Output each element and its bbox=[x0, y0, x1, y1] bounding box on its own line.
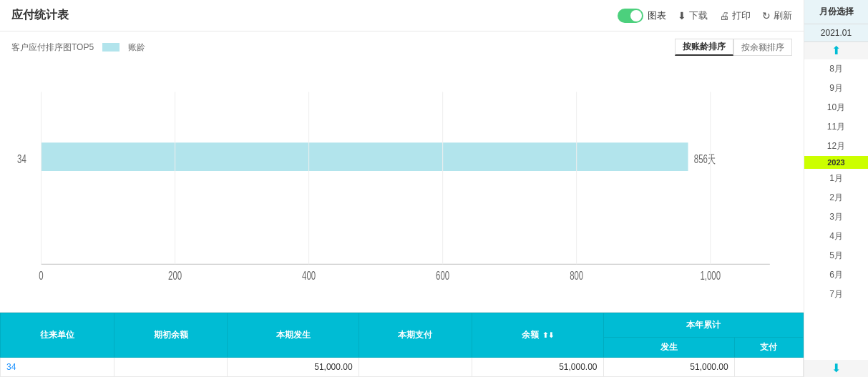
sort-by-balance-button[interactable]: 按账龄排序 bbox=[675, 39, 733, 56]
chart-bar bbox=[42, 142, 688, 171]
sidebar-month-11[interactable]: 11月 bbox=[804, 117, 868, 137]
sidebar-month-9[interactable]: 9月 bbox=[804, 79, 868, 98]
sidebar-month-2[interactable]: 2月 bbox=[804, 188, 868, 207]
chart-svg: 34 856天 0 200 400 600 800 1,000 bbox=[11, 62, 792, 305]
col-current-occurrence: 本期发生 bbox=[228, 313, 359, 358]
chart-toggle-label: 图表 bbox=[648, 9, 666, 22]
chart-section: 客户应付排序图TOP5 账龄 按账龄排序 按余额排序 34 856天 bbox=[0, 31, 804, 312]
unit-link[interactable]: 34 bbox=[6, 362, 16, 372]
header-actions: 图表 ⬇ 下载 🖨 打印 ↻ 刷新 bbox=[618, 9, 792, 23]
x-label-1000: 1,000 bbox=[700, 270, 721, 282]
x-label-600: 600 bbox=[436, 270, 449, 282]
sidebar-months-list: 8月 9月 10月 11月 12月 2023 1月 2月 3月 4月 5月 6月… bbox=[804, 59, 868, 360]
x-label-0: 0 bbox=[39, 270, 44, 282]
cell-current-occurrence: 51,000.00 bbox=[228, 358, 359, 377]
sort-buttons: 按账龄排序 按余额排序 bbox=[675, 39, 792, 56]
sidebar-month-12[interactable]: 12月 bbox=[804, 137, 868, 156]
sidebar-month-10[interactable]: 10月 bbox=[804, 98, 868, 117]
col-unit: 往来单位 bbox=[1, 313, 114, 358]
data-table: 往来单位 期初余额 本期发生 本期支付 余额 ⬆⬇ 本年累计 发生 支付 bbox=[0, 313, 804, 377]
col-annual-payment: 支付 bbox=[734, 338, 803, 358]
download-icon: ⬇ bbox=[678, 10, 686, 21]
sidebar-month-7[interactable]: 7月 bbox=[804, 285, 868, 304]
legend-color-box bbox=[102, 43, 120, 52]
month-sidebar: 月份选择 2021.01 ⬆ 8月 9月 10月 11月 12月 2023 1月… bbox=[804, 0, 868, 377]
refresh-label: 刷新 bbox=[774, 9, 792, 22]
download-label: 下载 bbox=[689, 9, 708, 22]
table-row: 34 51,000.00 51,000.00 51,000.00 bbox=[1, 358, 804, 377]
sidebar-month-3[interactable]: 3月 bbox=[804, 207, 868, 227]
col-annual-total: 本年累计 bbox=[603, 313, 803, 338]
y-axis-label: 34 bbox=[17, 153, 26, 165]
sidebar-month-4[interactable]: 4月 bbox=[804, 227, 868, 246]
refresh-button[interactable]: ↻ 刷新 bbox=[762, 9, 792, 22]
bar-end-label: 856天 bbox=[694, 153, 716, 165]
chart-toggle-container[interactable]: 图表 bbox=[618, 9, 666, 23]
sidebar-year-display: 2021.01 bbox=[804, 24, 868, 42]
col-current-payment: 本期支付 bbox=[359, 313, 472, 358]
cell-current-payment bbox=[359, 358, 472, 377]
x-label-200: 200 bbox=[168, 270, 182, 282]
sidebar-year-2023[interactable]: 2023 bbox=[804, 156, 868, 169]
col-balance: 余额 ⬆⬇ bbox=[472, 313, 603, 358]
cell-balance: 51,000.00 bbox=[472, 358, 603, 377]
chart-toggle-switch[interactable] bbox=[618, 9, 643, 23]
sidebar-header: 月份选择 bbox=[804, 0, 868, 24]
cell-annual-occurrence: 51,000.00 bbox=[603, 358, 734, 377]
chart-legend: 客户应付排序图TOP5 账龄 按账龄排序 按余额排序 bbox=[11, 39, 792, 56]
page-header: 应付统计表 图表 ⬇ 下载 🖨 打印 ↻ 刷新 bbox=[0, 0, 804, 31]
col-opening-balance: 期初余额 bbox=[114, 313, 228, 358]
sort-by-amount-button[interactable]: 按余额排序 bbox=[733, 39, 792, 56]
chevron-down-icon: ⬇ bbox=[832, 363, 841, 374]
print-label: 打印 bbox=[732, 9, 751, 22]
sidebar-month-6[interactable]: 6月 bbox=[804, 265, 868, 285]
table-section: 往来单位 期初余额 本期发生 本期支付 余额 ⬆⬇ 本年累计 发生 支付 bbox=[0, 312, 804, 377]
print-icon: 🖨 bbox=[719, 10, 729, 21]
legend-label: 账龄 bbox=[128, 41, 145, 54]
sidebar-up-button[interactable]: ⬆ bbox=[804, 42, 868, 59]
refresh-icon: ↻ bbox=[762, 10, 771, 21]
x-label-800: 800 bbox=[570, 270, 583, 282]
balance-sort-icon[interactable]: ⬆⬇ bbox=[542, 331, 554, 339]
sidebar-month-8[interactable]: 8月 bbox=[804, 59, 868, 79]
page-title: 应付统计表 bbox=[11, 8, 69, 23]
cell-annual-payment bbox=[734, 358, 803, 377]
cell-unit[interactable]: 34 bbox=[1, 358, 114, 377]
cell-opening-balance bbox=[114, 358, 228, 377]
print-button[interactable]: 🖨 打印 bbox=[719, 9, 751, 22]
legend-title: 客户应付排序图TOP5 bbox=[11, 41, 94, 54]
download-button[interactable]: ⬇ 下载 bbox=[678, 9, 708, 22]
chart-body: 34 856天 0 200 400 600 800 1,000 bbox=[11, 62, 792, 305]
sidebar-month-1[interactable]: 1月 bbox=[804, 169, 868, 188]
x-label-400: 400 bbox=[302, 270, 316, 282]
sidebar-down-button[interactable]: ⬇ bbox=[804, 360, 868, 377]
chevron-up-icon: ⬆ bbox=[832, 45, 841, 57]
sidebar-month-5[interactable]: 5月 bbox=[804, 246, 868, 265]
col-annual-occurrence: 发生 bbox=[603, 338, 734, 358]
